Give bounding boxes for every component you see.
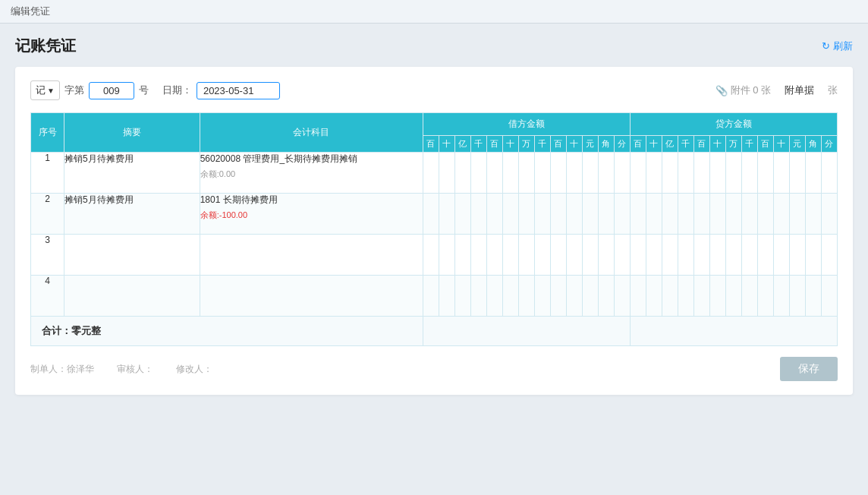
debit-cell-r3-c12[interactable] bbox=[598, 235, 614, 276]
credit-cell-r1-c13[interactable] bbox=[821, 153, 837, 194]
debit-cell-r2-c1[interactable] bbox=[423, 194, 439, 235]
credit-cell-r1-c6[interactable] bbox=[709, 153, 725, 194]
cell-summary-3[interactable] bbox=[64, 235, 200, 276]
debit-cell-r1-c2[interactable] bbox=[439, 153, 454, 194]
credit-cell-r3-c12[interactable] bbox=[805, 235, 821, 276]
debit-cell-r1-c10[interactable] bbox=[566, 153, 582, 194]
credit-cell-r3-c13[interactable] bbox=[821, 235, 837, 276]
credit-cell-r4-c10[interactable] bbox=[773, 276, 789, 317]
cell-account-2[interactable]: 1801 长期待摊费用余额:-100.00 bbox=[200, 194, 423, 235]
credit-cell-r2-c9[interactable] bbox=[757, 194, 773, 235]
cell-account-3[interactable] bbox=[200, 235, 423, 276]
debit-cell-r1-c1[interactable] bbox=[423, 153, 439, 194]
debit-cell-r3-c10[interactable] bbox=[566, 235, 582, 276]
credit-cell-r1-c1[interactable] bbox=[630, 153, 646, 194]
debit-cell-r4-c7[interactable] bbox=[518, 276, 534, 317]
debit-cell-r3-c11[interactable] bbox=[582, 235, 598, 276]
credit-cell-r4-c9[interactable] bbox=[757, 276, 773, 317]
credit-cell-r2-c8[interactable] bbox=[741, 194, 757, 235]
debit-cell-r3-c1[interactable] bbox=[423, 235, 439, 276]
debit-cell-r1-c12[interactable] bbox=[598, 153, 614, 194]
debit-cell-r2-c9[interactable] bbox=[550, 194, 566, 235]
debit-cell-r3-c13[interactable] bbox=[614, 235, 630, 276]
debit-cell-r2-c10[interactable] bbox=[566, 194, 582, 235]
credit-cell-r4-c1[interactable] bbox=[630, 276, 646, 317]
debit-cell-r4-c2[interactable] bbox=[439, 276, 454, 317]
debit-cell-r1-c5[interactable] bbox=[486, 153, 502, 194]
cell-summary-1[interactable]: 摊销5月待摊费用 bbox=[64, 153, 200, 194]
debit-cell-r3-c9[interactable] bbox=[550, 235, 566, 276]
cell-account-4[interactable] bbox=[200, 276, 423, 317]
credit-cell-r4-c3[interactable] bbox=[662, 276, 678, 317]
credit-cell-r1-c11[interactable] bbox=[789, 153, 805, 194]
credit-cell-r4-c4[interactable] bbox=[678, 276, 693, 317]
credit-cell-r4-c11[interactable] bbox=[789, 276, 805, 317]
debit-cell-r4-c13[interactable] bbox=[614, 276, 630, 317]
attach-link[interactable]: 📎 附件 0 张 bbox=[715, 84, 771, 97]
credit-cell-r1-c8[interactable] bbox=[741, 153, 757, 194]
debit-cell-r4-c4[interactable] bbox=[470, 276, 486, 317]
credit-cell-r4-c13[interactable] bbox=[821, 276, 837, 317]
credit-cell-r3-c5[interactable] bbox=[693, 235, 709, 276]
debit-cell-r3-c2[interactable] bbox=[439, 235, 454, 276]
cell-summary-4[interactable] bbox=[64, 276, 200, 317]
debit-cell-r3-c3[interactable] bbox=[454, 235, 470, 276]
credit-cell-r3-c4[interactable] bbox=[678, 235, 693, 276]
credit-cell-r3-c2[interactable] bbox=[646, 235, 662, 276]
credit-cell-r2-c6[interactable] bbox=[709, 194, 725, 235]
debit-cell-r4-c1[interactable] bbox=[423, 276, 439, 317]
credit-cell-r1-c10[interactable] bbox=[773, 153, 789, 194]
credit-cell-r4-c5[interactable] bbox=[693, 276, 709, 317]
credit-cell-r3-c7[interactable] bbox=[725, 235, 741, 276]
credit-cell-r3-c10[interactable] bbox=[773, 235, 789, 276]
debit-cell-r2-c3[interactable] bbox=[454, 194, 470, 235]
credit-cell-r2-c13[interactable] bbox=[821, 194, 837, 235]
debit-cell-r1-c4[interactable] bbox=[470, 153, 486, 194]
debit-cell-r2-c2[interactable] bbox=[439, 194, 454, 235]
credit-cell-r3-c8[interactable] bbox=[741, 235, 757, 276]
credit-cell-r3-c9[interactable] bbox=[757, 235, 773, 276]
debit-cell-r1-c13[interactable] bbox=[614, 153, 630, 194]
credit-cell-r2-c3[interactable] bbox=[662, 194, 678, 235]
cell-account-1[interactable]: 56020008 管理费用_长期待摊费用摊销余额:0.00 bbox=[200, 153, 423, 194]
cell-summary-2[interactable]: 摊销5月待摊费用 bbox=[64, 194, 200, 235]
debit-cell-r4-c12[interactable] bbox=[598, 276, 614, 317]
credit-cell-r1-c9[interactable] bbox=[757, 153, 773, 194]
debit-cell-r2-c11[interactable] bbox=[582, 194, 598, 235]
credit-cell-r1-c5[interactable] bbox=[693, 153, 709, 194]
credit-cell-r3-c1[interactable] bbox=[630, 235, 646, 276]
debit-cell-r4-c5[interactable] bbox=[486, 276, 502, 317]
debit-cell-r4-c8[interactable] bbox=[534, 276, 550, 317]
credit-cell-r4-c12[interactable] bbox=[805, 276, 821, 317]
credit-cell-r2-c1[interactable] bbox=[630, 194, 646, 235]
credit-cell-r2-c7[interactable] bbox=[725, 194, 741, 235]
debit-cell-r2-c5[interactable] bbox=[486, 194, 502, 235]
debit-cell-r4-c3[interactable] bbox=[454, 276, 470, 317]
credit-cell-r1-c2[interactable] bbox=[646, 153, 662, 194]
debit-cell-r3-c8[interactable] bbox=[534, 235, 550, 276]
date-input[interactable] bbox=[197, 82, 280, 99]
debit-cell-r1-c9[interactable] bbox=[550, 153, 566, 194]
num-input[interactable] bbox=[89, 82, 134, 99]
debit-cell-r4-c11[interactable] bbox=[582, 276, 598, 317]
debit-cell-r2-c8[interactable] bbox=[534, 194, 550, 235]
credit-cell-r2-c4[interactable] bbox=[678, 194, 693, 235]
credit-cell-r4-c8[interactable] bbox=[741, 276, 757, 317]
debit-cell-r4-c10[interactable] bbox=[566, 276, 582, 317]
save-button[interactable]: 保存 bbox=[780, 357, 838, 381]
credit-cell-r2-c12[interactable] bbox=[805, 194, 821, 235]
credit-cell-r2-c10[interactable] bbox=[773, 194, 789, 235]
credit-cell-r2-c11[interactable] bbox=[789, 194, 805, 235]
debit-cell-r4-c9[interactable] bbox=[550, 276, 566, 317]
credit-cell-r3-c11[interactable] bbox=[789, 235, 805, 276]
debit-cell-r2-c7[interactable] bbox=[518, 194, 534, 235]
credit-cell-r3-c3[interactable] bbox=[662, 235, 678, 276]
debit-cell-r3-c4[interactable] bbox=[470, 235, 486, 276]
credit-cell-r1-c3[interactable] bbox=[662, 153, 678, 194]
credit-cell-r1-c4[interactable] bbox=[678, 153, 693, 194]
credit-cell-r3-c6[interactable] bbox=[709, 235, 725, 276]
debit-cell-r1-c7[interactable] bbox=[518, 153, 534, 194]
debit-cell-r1-c11[interactable] bbox=[582, 153, 598, 194]
debit-cell-r1-c6[interactable] bbox=[502, 153, 518, 194]
debit-cell-r1-c8[interactable] bbox=[534, 153, 550, 194]
